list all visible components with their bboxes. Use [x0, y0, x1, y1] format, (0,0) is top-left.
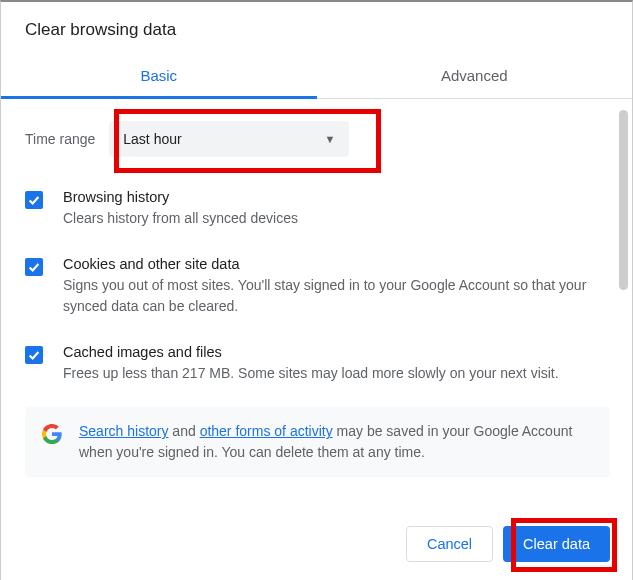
time-range-dropdown[interactable]: Last hour ▼ [109, 121, 349, 157]
dialog-body: Time range Last hour ▼ Browsing history … [1, 99, 632, 508]
tab-basic[interactable]: Basic [1, 54, 317, 98]
time-range-value: Last hour [123, 131, 324, 147]
dialog-footer: Cancel Clear data [1, 508, 632, 580]
dialog-title: Clear browsing data [25, 20, 608, 40]
option-desc: Clears history from all synced devices [63, 208, 610, 228]
option-text: Browsing history Clears history from all… [63, 189, 610, 228]
chevron-down-icon: ▼ [324, 133, 335, 145]
tab-bar: Basic Advanced [1, 54, 632, 99]
check-icon [27, 260, 41, 274]
option-text: Cookies and other site data Signs you ou… [63, 256, 610, 316]
time-range-label: Time range [25, 131, 95, 147]
option-text: Cached images and files Frees up less th… [63, 344, 610, 383]
checkbox-browsing-history[interactable] [25, 191, 43, 209]
option-title: Cached images and files [63, 344, 610, 360]
check-icon [27, 348, 41, 362]
option-desc: Signs you out of most sites. You'll stay… [63, 275, 610, 316]
option-title: Browsing history [63, 189, 610, 205]
scrollbar[interactable] [619, 110, 628, 490]
cancel-button[interactable]: Cancel [406, 526, 493, 562]
clear-data-button[interactable]: Clear data [503, 526, 610, 562]
option-browsing-history: Browsing history Clears history from all… [25, 179, 610, 246]
checkbox-cache[interactable] [25, 346, 43, 364]
dialog-header: Clear browsing data [1, 2, 632, 54]
google-logo-icon [41, 423, 63, 445]
option-desc: Frees up less than 217 MB. Some sites ma… [63, 363, 610, 383]
search-history-link[interactable]: Search history [79, 423, 168, 439]
clear-browsing-data-dialog: Clear browsing data Basic Advanced Time … [1, 2, 632, 580]
info-text: Search history and other forms of activi… [79, 421, 594, 463]
scroll-area[interactable]: Time range Last hour ▼ Browsing history … [1, 99, 632, 508]
option-title: Cookies and other site data [63, 256, 610, 272]
checkbox-cookies[interactable] [25, 258, 43, 276]
tab-advanced[interactable]: Advanced [317, 54, 633, 98]
time-range-row: Time range Last hour ▼ [25, 99, 610, 179]
check-icon [27, 193, 41, 207]
other-activity-link[interactable]: other forms of activity [200, 423, 333, 439]
google-account-info: Search history and other forms of activi… [25, 407, 610, 477]
option-cookies: Cookies and other site data Signs you ou… [25, 246, 610, 334]
option-cache: Cached images and files Frees up less th… [25, 334, 610, 401]
scrollbar-thumb[interactable] [619, 110, 628, 290]
